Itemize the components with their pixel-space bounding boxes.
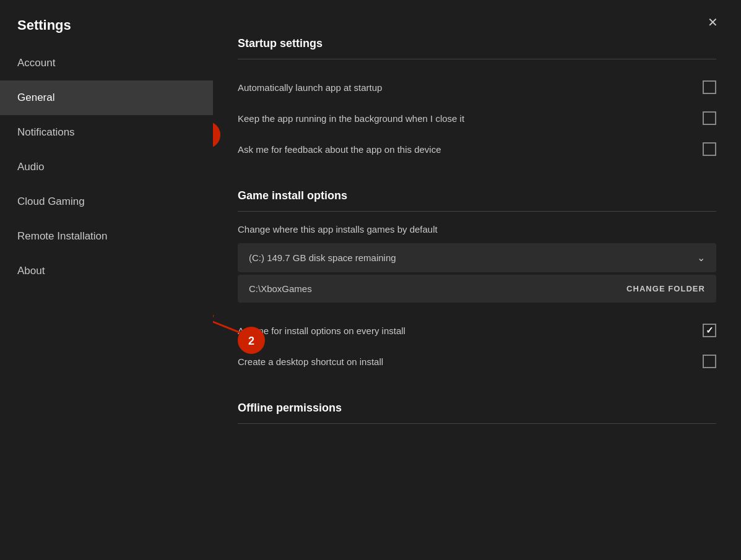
sidebar-item-about[interactable]: About — [0, 254, 213, 288]
ask-install-options-label: Ask me for install options on every inst… — [238, 325, 405, 336]
disk-dropdown[interactable]: (C:) 149.7 GB disk space remaining ⌄ — [238, 243, 716, 272]
offline-section: Offline permissions — [238, 402, 716, 424]
game-install-divider — [238, 211, 716, 212]
app-title: Settings — [0, 0, 213, 46]
startup-divider — [238, 59, 716, 59]
startup-section: Startup settings Automatically launch ap… — [238, 37, 716, 165]
disk-dropdown-value: (C:) 149.7 GB disk space remaining — [249, 252, 396, 263]
close-button[interactable]: ✕ — [701, 11, 724, 33]
desktop-shortcut-label: Create a desktop shortcut on install — [238, 356, 383, 367]
startup-section-header: Startup settings — [238, 37, 716, 50]
desktop-shortcut-checkbox[interactable] — [703, 355, 716, 368]
keep-running-checkbox[interactable] — [703, 111, 716, 125]
sidebar-nav: Account General Notifications Audio Clou… — [0, 46, 213, 288]
ask-install-options-row: Ask me for install options on every inst… — [238, 315, 716, 346]
offline-section-header: Offline permissions — [238, 402, 716, 415]
game-install-section: Game install options Change where this a… — [238, 189, 716, 377]
sidebar-item-account[interactable]: Account — [0, 46, 213, 80]
ask-install-options-checkbox[interactable] — [703, 324, 716, 337]
sidebar: Settings Account General Notifications A… — [0, 0, 213, 560]
desktop-shortcut-row: Create a desktop shortcut on install — [238, 346, 716, 377]
auto-launch-label: Automatically launch app at startup — [238, 82, 382, 93]
ask-feedback-row: Ask me for feedback about the app on thi… — [238, 134, 716, 165]
auto-launch-row: Automatically launch app at startup — [238, 72, 716, 103]
offline-divider — [238, 423, 716, 424]
change-default-label: Change where this app installs games by … — [238, 224, 716, 235]
svg-point-2 — [213, 121, 220, 149]
folder-path-label: C:\XboxGames — [249, 283, 312, 294]
sidebar-item-audio[interactable]: Audio — [0, 150, 213, 184]
auto-launch-checkbox[interactable] — [703, 80, 716, 94]
change-folder-button[interactable]: CHANGE FOLDER — [626, 284, 705, 293]
ask-feedback-label: Ask me for feedback about the app on thi… — [238, 144, 441, 155]
sidebar-item-general[interactable]: General — [0, 80, 213, 115]
keep-running-label: Keep the app running in the background w… — [238, 113, 464, 124]
sidebar-item-remote-installation[interactable]: Remote Installation — [0, 219, 213, 254]
annotation-1-arrow: 1 — [213, 62, 232, 142]
keep-running-row: Keep the app running in the background w… — [238, 103, 716, 134]
game-install-section-header: Game install options — [238, 189, 716, 202]
main-content: ✕ Startup settings Automatically launch … — [213, 0, 741, 560]
sidebar-item-notifications[interactable]: Notifications — [0, 115, 213, 150]
ask-feedback-checkbox[interactable] — [703, 142, 716, 156]
folder-row: C:\XboxGames CHANGE FOLDER — [238, 275, 716, 303]
sidebar-item-cloud-gaming[interactable]: Cloud Gaming — [0, 184, 213, 219]
chevron-down-icon: ⌄ — [697, 252, 705, 264]
